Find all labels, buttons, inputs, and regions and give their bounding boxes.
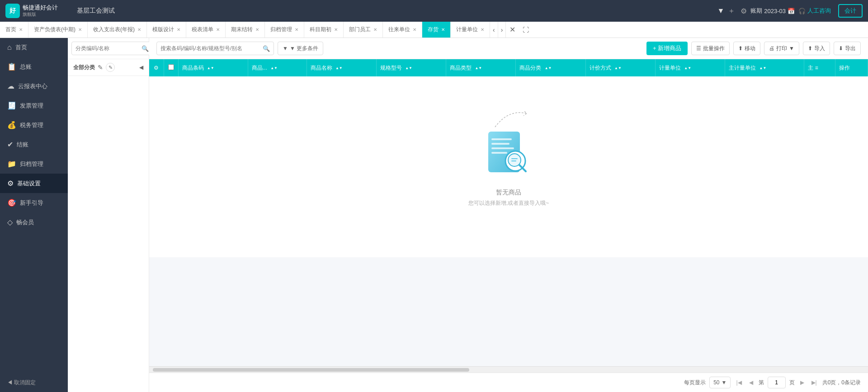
print-btn[interactable]: 🖨 打印 ▼ <box>764 42 799 55</box>
batch-btn[interactable]: ☰ 批量操作 <box>691 42 730 55</box>
sort-code[interactable]: ▲▼ <box>270 66 278 70</box>
th-barcode[interactable]: 商品条码 ▲▼ <box>178 59 248 76</box>
sidebar-item-settings[interactable]: ⚙ 基础设置 <box>0 174 68 193</box>
add-product-btn[interactable]: + 新增商品 <box>646 42 688 55</box>
tab-close-template[interactable]: ✕ <box>177 27 180 32</box>
company-dropdown-icon[interactable]: ▼ <box>717 7 724 15</box>
category-collapse-btn[interactable]: ◀ <box>139 64 143 71</box>
tab-close-archive[interactable]: ✕ <box>295 27 298 32</box>
more-filter-btn[interactable]: ▼ ▼ 更多条件 <box>278 42 323 55</box>
horizontal-scrollbar[interactable] <box>149 366 868 373</box>
sort-name[interactable]: ▲▼ <box>335 66 343 70</box>
tab-close-balance[interactable]: ✕ <box>78 27 82 32</box>
content-area: 🔍 全部分类 ✎ ✎ ◀ 🔍 <box>68 38 868 392</box>
tab-unit[interactable]: 计量单位 ✕ <box>451 22 490 38</box>
tab-balance-sheet[interactable]: 资产负债表(中期) ✕ <box>28 22 88 38</box>
sort-barcode[interactable]: ▲▼ <box>207 66 214 70</box>
tab-close-tax[interactable]: ✕ <box>216 27 220 32</box>
category-search-icon[interactable]: 🔍 <box>142 45 149 52</box>
tab-nav-next[interactable]: › <box>498 22 506 38</box>
tab-clients[interactable]: 往来单位 ✕ <box>383 22 422 38</box>
move-btn[interactable]: ⬆ 移动 <box>733 42 760 55</box>
tab-close-all[interactable]: ✕ <box>506 22 519 38</box>
sort-spec[interactable]: ▲▼ <box>405 66 412 70</box>
sort-main-unit[interactable]: ▲▼ <box>760 66 767 70</box>
page-first-btn[interactable]: |◀ <box>734 379 743 386</box>
tab-template[interactable]: 模版设计 ✕ <box>147 22 186 38</box>
import-btn[interactable]: ⬆ 导入 <box>803 42 830 55</box>
sidebar-unpin-btn[interactable]: ◀ 取消固定 <box>0 373 68 392</box>
add-tab-btn[interactable]: ＋ <box>728 6 735 16</box>
th-price-method[interactable]: 计价方式 ▲▼ <box>585 59 655 76</box>
tab-archive[interactable]: 归档管理 ✕ <box>265 22 304 38</box>
tab-close-inventory[interactable]: ✕ <box>441 27 445 32</box>
sidebar-item-archive[interactable]: 📁 归档管理 <box>0 154 68 174</box>
tab-subject-initial[interactable]: 科目期初 ✕ <box>304 22 344 38</box>
logo-text-block: 畅捷通好会计 旗舰版 <box>23 4 58 18</box>
product-search-icon[interactable]: 🔍 <box>263 45 270 52</box>
sidebar-item-tax[interactable]: 💰 税务管理 <box>0 115 68 135</box>
page-next-btn[interactable]: ▶ <box>798 379 806 386</box>
sidebar-item-member[interactable]: ◇ 畅会员 <box>0 213 68 232</box>
th-code[interactable]: 商品... ▲▼ <box>248 59 307 76</box>
tab-department[interactable]: 部门员工 ✕ <box>344 22 383 38</box>
tab-period-close[interactable]: 期末结转 ✕ <box>226 22 265 38</box>
tab-tax[interactable]: 税表清单 ✕ <box>186 22 226 38</box>
th-gear[interactable]: ⚙ <box>149 59 164 76</box>
sort-price[interactable]: ▲▼ <box>614 66 622 70</box>
th-main-unit[interactable]: 主计量单位 ▲▼ <box>725 59 804 76</box>
tab-close-clients[interactable]: ✕ <box>413 27 416 32</box>
th-spec[interactable]: 规格型号 ▲▼ <box>376 59 446 76</box>
page-suffix: 页 <box>789 379 795 387</box>
sidebar-item-invoice[interactable]: 🧾 发票管理 <box>0 96 68 115</box>
select-all-checkbox[interactable] <box>168 64 174 70</box>
th-action: 操作 <box>835 59 868 76</box>
sort-category[interactable]: ▲▼ <box>545 66 552 70</box>
category-search-input[interactable] <box>75 45 142 52</box>
page-number-input[interactable] <box>768 377 786 388</box>
tab-nav-prev[interactable]: ‹ <box>490 22 498 38</box>
tab-close-income[interactable]: ✕ <box>137 27 141 32</box>
th-unit[interactable]: 计量单位 ▲▼ <box>655 59 725 76</box>
tab-close-unit[interactable]: ✕ <box>481 27 484 32</box>
page-last-btn[interactable]: ▶| <box>810 379 819 386</box>
category-add-icon[interactable]: ✎ <box>98 64 103 71</box>
sidebar-item-close[interactable]: ✔ 结账 <box>0 135 68 154</box>
tab-homepage[interactable]: 首页 ✕ <box>0 22 28 38</box>
consult-btn[interactable]: 🎧 人工咨询 <box>798 7 831 15</box>
category-edit-circle[interactable]: ✎ <box>106 63 115 72</box>
page-prev-btn[interactable]: ◀ <box>747 379 755 386</box>
sort-unit[interactable]: ▲▼ <box>684 66 691 70</box>
tab-inventory[interactable]: 存货 ✕ <box>422 22 451 38</box>
tab-expand[interactable]: ⛶ <box>519 22 533 38</box>
th-extra[interactable]: 主 ≡ <box>804 59 835 76</box>
sort-type[interactable]: ▲▼ <box>475 66 482 70</box>
export-btn[interactable]: ⬇ 导出 <box>834 42 861 55</box>
scroll-thumb[interactable] <box>153 368 469 372</box>
sidebar-item-guide[interactable]: 🎯 新手引导 <box>0 193 68 213</box>
sidebar-item-home[interactable]: ⌂ 首页 <box>0 38 68 57</box>
product-search-input[interactable] <box>160 45 263 52</box>
sidebar-item-ledger[interactable]: 📋 总账 <box>0 57 68 76</box>
tab-close-dept[interactable]: ✕ <box>373 27 377 32</box>
tab-close-homepage[interactable]: ✕ <box>19 27 23 32</box>
move-icon: ⬆ <box>738 45 743 52</box>
sidebar-item-cloud[interactable]: ☁ 云报表中心 <box>0 76 68 96</box>
account-btn[interactable]: 会计 <box>838 4 863 18</box>
empty-main-text: 暂无商品 <box>496 189 521 197</box>
tab-close-period[interactable]: ✕ <box>255 27 259 32</box>
ledger-icon: 📋 <box>7 62 16 71</box>
calendar-icon[interactable]: 📅 <box>788 8 795 14</box>
th-type[interactable]: 商品类型 ▲▼ <box>446 59 516 76</box>
per-page-select[interactable]: 50 ▼ <box>709 377 731 388</box>
settings-icon[interactable]: ⚙ <box>741 7 747 15</box>
th-checkbox[interactable] <box>164 59 178 76</box>
close-icon: ✔ <box>7 140 13 149</box>
tab-income-statement[interactable]: 收入支出表(年报) ✕ <box>88 22 147 38</box>
empty-state: 暂无商品 您可以选择新增,或者直接导入哦~ <box>149 76 868 257</box>
product-table: ⚙ 商品条码 ▲▼ 商品... ▲▼ <box>149 59 868 76</box>
th-category[interactable]: 商品分类 ▲▼ <box>516 59 585 76</box>
th-name[interactable]: 商品名称 ▲▼ <box>307 59 376 76</box>
svg-rect-2 <box>491 143 509 145</box>
tab-close-subject[interactable]: ✕ <box>334 27 338 32</box>
